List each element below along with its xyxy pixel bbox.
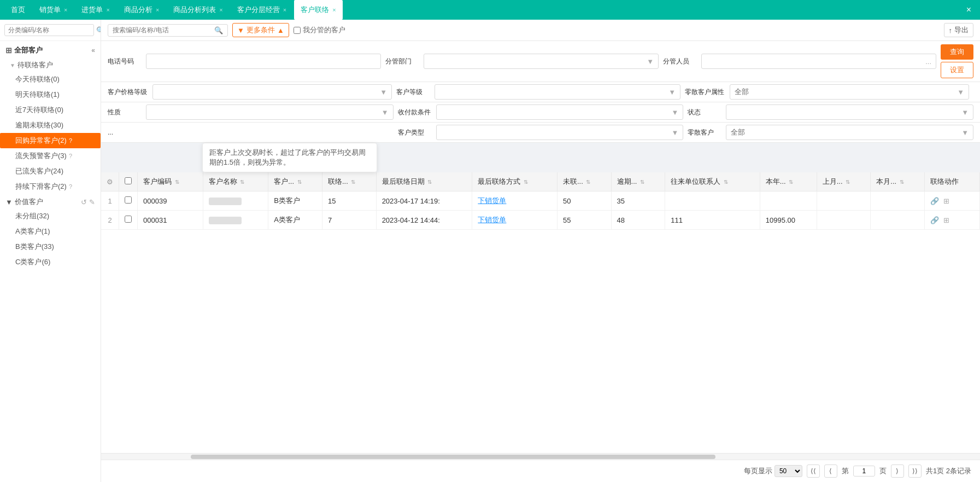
- sidebar-item-tomorrow[interactable]: 明天待联络(1): [0, 87, 101, 102]
- nav-sales-close[interactable]: ×: [64, 7, 67, 13]
- price-grade-label: 客户价格等级: [108, 88, 147, 97]
- nav-product-analysis-list-close[interactable]: ×: [219, 7, 222, 13]
- horizontal-scrollbar[interactable]: [101, 453, 980, 460]
- col-checkbox-all[interactable]: [119, 172, 138, 191]
- tooltip-box: 距客户上次交易时长，超过了此客户的平均交易周期的1.5倍，则视为异常。: [202, 143, 377, 172]
- main-search-icon[interactable]: 🔍: [214, 26, 223, 34]
- col-not-contacted[interactable]: 未联... ⇅: [557, 172, 611, 191]
- row1-grid-icon[interactable]: ⊞: [943, 197, 949, 205]
- collapse-sidebar-btn[interactable]: «: [91, 47, 95, 54]
- row2-link-icon[interactable]: 🔗: [930, 216, 939, 224]
- sidebar-item-unclassified[interactable]: 未分组(32): [0, 208, 101, 224]
- col-contacts[interactable]: 往来单位联系人 ⇅: [665, 172, 760, 191]
- price-grade-select[interactable]: ▼: [152, 84, 392, 100]
- col-customer-name[interactable]: 客户名称 ⇅: [203, 172, 268, 191]
- export-icon: ↑: [949, 26, 953, 34]
- window-close-btn[interactable]: ×: [962, 5, 976, 15]
- col-customer-code[interactable]: 客户编码 ⇅: [138, 172, 203, 191]
- select-all-checkbox[interactable]: [125, 177, 132, 184]
- cust-type-select[interactable]: ▼: [436, 125, 684, 140]
- last-page-btn[interactable]: ⟩⟩: [908, 464, 922, 478]
- my-customers-checkbox[interactable]: [294, 27, 301, 34]
- set-button[interactable]: 设置: [941, 62, 973, 78]
- nav-customer-tier-close[interactable]: ×: [283, 7, 286, 13]
- first-page-btn[interactable]: ⟨⟨: [807, 464, 820, 478]
- col-last-method[interactable]: 最后联络方式 ⇅: [472, 172, 558, 191]
- nav-customer-contact-close[interactable]: ×: [332, 7, 336, 13]
- retail-cust-select[interactable]: 全部 ▼: [726, 125, 973, 140]
- sidebar-item-lost[interactable]: 已流失客户(24): [0, 164, 101, 179]
- gender-select[interactable]: ▼: [146, 104, 394, 120]
- row1-not-contacted: 50: [557, 191, 611, 211]
- col-this-year[interactable]: 本年... ⇅: [760, 172, 817, 191]
- phone-input[interactable]: [146, 54, 381, 69]
- more-conditions-btn[interactable]: ▼ 更多条件 ▲: [232, 23, 289, 37]
- help-icon[interactable]: ?: [69, 137, 72, 144]
- row2-overdue: 48: [611, 211, 665, 230]
- row2-checkbox[interactable]: [119, 211, 138, 230]
- row2-select-checkbox[interactable]: [125, 216, 132, 223]
- row1-select-checkbox[interactable]: [125, 196, 132, 204]
- declining-help-icon[interactable]: ?: [69, 183, 72, 190]
- manager-select[interactable]: ...: [701, 54, 936, 69]
- nav-product-analysis-close[interactable]: ×: [156, 7, 159, 13]
- dept-select[interactable]: ▼: [424, 54, 659, 69]
- per-page-select[interactable]: 50 20 100: [774, 465, 802, 477]
- row1-action-icons: 🔗 ⊞: [930, 197, 974, 205]
- nav-customer-tier[interactable]: 客户分层经营 ×: [231, 0, 293, 20]
- sidebar-item-7days[interactable]: 近7天待联络(0): [0, 102, 101, 118]
- main-search-input[interactable]: [113, 26, 214, 34]
- retail-attr-arrow: ▼: [957, 88, 964, 96]
- row2-method-link[interactable]: 下销货单: [478, 216, 506, 224]
- payment-select[interactable]: ▼: [436, 104, 684, 120]
- retail-attr-select[interactable]: 全部 ▼: [730, 84, 969, 100]
- export-btn[interactable]: ↑ 导出: [944, 23, 974, 37]
- sidebar-item-lost-warning[interactable]: 流失预警客户(3) ?: [0, 148, 101, 164]
- nav-product-analysis-list[interactable]: 商品分析列表 ×: [167, 0, 229, 20]
- prev-page-btn[interactable]: ⟨: [824, 464, 837, 478]
- next-page-btn[interactable]: ⟩: [891, 464, 904, 478]
- status-select[interactable]: ▼: [726, 104, 973, 120]
- edit-icon[interactable]: ✎: [89, 198, 95, 206]
- nav-home[interactable]: 首页: [4, 0, 32, 20]
- row1-checkbox[interactable]: [119, 191, 138, 211]
- row1-action: 🔗 ⊞: [925, 191, 980, 211]
- query-button[interactable]: 查询: [941, 44, 973, 60]
- col-settings[interactable]: ⚙: [101, 172, 119, 191]
- sort-this-month-icon: ⇅: [900, 179, 904, 185]
- col-customer-type[interactable]: 客户... ⇅: [268, 172, 322, 191]
- nav-purchase[interactable]: 进货单 ×: [75, 0, 116, 20]
- row1-method-link[interactable]: 下销货单: [478, 196, 506, 205]
- lost-warning-help-icon[interactable]: ?: [69, 153, 72, 159]
- refresh-icon[interactable]: ↺: [81, 198, 87, 206]
- col-last-date[interactable]: 最后联络日期 ⇅: [376, 172, 472, 191]
- main-search-box[interactable]: 🔍: [108, 24, 228, 37]
- col-contact-count[interactable]: 联络... ⇅: [322, 172, 376, 191]
- row2-grid-icon[interactable]: ⊞: [943, 216, 949, 224]
- sidebar-item-repeat-purchase[interactable]: 回购异常客户(2) ?: [0, 133, 101, 148]
- sidebar-item-overdue[interactable]: 逾期未联络(30): [0, 118, 101, 133]
- page-number-input[interactable]: [853, 466, 875, 477]
- my-customers-checkbox-label[interactable]: 我分管的客户: [294, 25, 345, 35]
- pending-contact-group[interactable]: ▼ 待联络客户: [0, 57, 101, 72]
- sidebar-search-input[interactable]: [4, 24, 94, 36]
- sidebar-item-class-b[interactable]: B类客户(33): [0, 239, 101, 254]
- sidebar-item-declining[interactable]: 持续下滑客户(2) ?: [0, 179, 101, 194]
- nav-sales[interactable]: 销货单 ×: [33, 0, 74, 20]
- sidebar-item-class-c[interactable]: C类客户(6): [0, 254, 101, 270]
- col-overdue[interactable]: 逾期... ⇅: [611, 172, 665, 191]
- hscroll-thumb[interactable]: [191, 455, 715, 459]
- sidebar-item-today[interactable]: 今天待联络(0): [0, 72, 101, 87]
- nav-product-analysis[interactable]: 商品分析 ×: [118, 0, 166, 20]
- col-last-month[interactable]: 上月... ⇅: [817, 172, 871, 191]
- col-this-month[interactable]: 本月... ⇅: [871, 172, 925, 191]
- nav-customer-contact[interactable]: 客户联络 ×: [294, 0, 342, 20]
- sidebar-search-area: 🔍: [0, 20, 101, 41]
- sidebar-search-icon[interactable]: 🔍: [96, 26, 101, 34]
- row1-link-icon[interactable]: 🔗: [930, 197, 939, 205]
- row1-last-month: [817, 191, 871, 211]
- sidebar-item-class-a[interactable]: A类客户(1): [0, 224, 101, 239]
- value-group[interactable]: ▼ 价值客户 ↺ ✎: [0, 194, 101, 208]
- nav-purchase-close[interactable]: ×: [106, 7, 109, 13]
- cust-grade-select[interactable]: ▼: [435, 84, 680, 100]
